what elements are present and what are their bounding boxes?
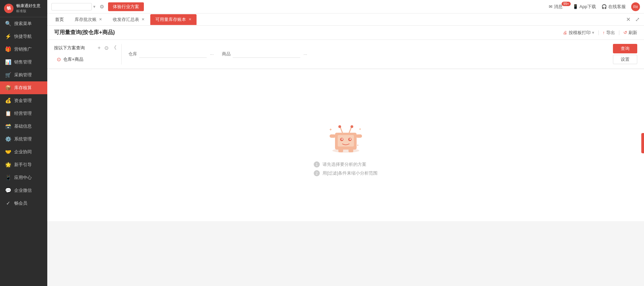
query-scheme-actions: ＋ ⊙ 《 xyxy=(96,44,117,52)
divider xyxy=(598,30,599,35)
sales-icon: 📊 xyxy=(5,59,11,65)
warehouse-input[interactable] xyxy=(139,50,207,58)
sidebar-item-system[interactable]: ⚙️ 系统管理 xyxy=(0,133,47,146)
svg-rect-14 xyxy=(349,149,353,152)
tab-receipt-summary[interactable]: 收发存汇总表 ✕ xyxy=(108,14,150,25)
collapse-scheme-button[interactable]: 《 xyxy=(111,44,117,52)
search-icon: 🔍 xyxy=(5,21,11,27)
export-button[interactable]: ↑ 导出 xyxy=(603,30,615,36)
finance-icon: 💰 xyxy=(5,98,11,104)
operation-icon: 📋 xyxy=(5,110,11,116)
sidebar-item-finance[interactable]: 💰 资金管理 xyxy=(0,94,47,107)
member-icon: ✓ xyxy=(5,200,11,206)
warehouse-label: 仓库 xyxy=(128,51,137,57)
tab-close-receipt-summary[interactable]: ✕ xyxy=(141,17,145,22)
right-scroll-hint xyxy=(641,133,644,153)
user-avatar[interactable]: Rit xyxy=(631,2,640,11)
print-button[interactable]: 🖨 按模板打印 ▾ xyxy=(563,30,594,36)
wechat-icon: 💬 xyxy=(5,187,11,193)
page-content: 可用量查询(按仓库+商品) 🖨 按模板打印 ▾ ↑ 导出 ↺ 刷新 xyxy=(47,26,644,286)
basic-icon: 🗃️ xyxy=(5,123,11,129)
app-icon: 📱 xyxy=(573,4,578,9)
add-scheme-button[interactable]: ＋ xyxy=(96,44,102,52)
svg-text:✦: ✦ xyxy=(329,127,332,132)
dropdown-icon[interactable]: ▾ xyxy=(93,4,96,9)
page-title: 可用量查询(按仓库+商品) xyxy=(54,29,115,36)
sidebar-item-apps[interactable]: 📱 应用中心 xyxy=(0,171,47,184)
print-icon: 🖨 xyxy=(563,30,567,35)
warehouse-field: 仓库 ··· xyxy=(128,50,215,58)
newbie-icon: 🌟 xyxy=(5,162,11,168)
system-icon: ⚙️ xyxy=(5,136,11,142)
quick-nav-icon: ⚡ xyxy=(5,33,11,40)
tab-close-batch-ledger[interactable]: ✕ xyxy=(99,17,102,22)
edit-scheme-button[interactable]: ⊙ xyxy=(104,44,109,52)
refresh-icon: ↺ xyxy=(623,30,627,35)
sidebar-item-inventory[interactable]: 📦 库存核算 xyxy=(0,81,47,94)
main-content: ▾ ⚙ 体验行业方案 ✉ 消息 99+ 📱 App下载 🎧 在线客服 Rit xyxy=(47,0,644,286)
sidebar-item-search[interactable]: 🔍 搜索菜单 xyxy=(0,17,47,30)
goods-label: 商品 xyxy=(222,51,231,57)
app-download-button[interactable]: 📱 App下载 xyxy=(573,4,596,10)
svg-rect-11 xyxy=(330,134,336,138)
sidebar: 畅 畅康通好生意 标准版 🔍 搜索菜单 ⚡ 快捷导航 🎁 营销推广 📊 销售管理… xyxy=(0,0,47,286)
sidebar-badge: 标准版 xyxy=(16,9,41,14)
sidebar-item-purchase[interactable]: 🛒 采购管理 xyxy=(0,69,47,81)
svg-point-10 xyxy=(351,125,353,128)
query-scheme-panel: 按以下方案查询 ＋ ⊙ 《 ⊙ 仓库+商品 xyxy=(54,44,122,64)
tab-close-available-ledger[interactable]: ✕ xyxy=(188,17,191,22)
warehouse-more-button[interactable]: ··· xyxy=(209,52,215,57)
svg-point-5 xyxy=(341,138,343,140)
topbar-search-area: ▾ xyxy=(51,3,96,10)
sidebar-item-sales[interactable]: 📊 销售管理 xyxy=(0,56,47,69)
query-scheme-title: 按以下方案查询 xyxy=(54,45,85,51)
sidebar-item-marketing[interactable]: 🎁 营销推广 xyxy=(0,43,47,56)
print-dropdown-icon[interactable]: ▾ xyxy=(592,30,594,35)
sidebar-title: 畅康通好生意 xyxy=(16,3,41,9)
settings-button[interactable]: 设置 xyxy=(613,55,637,64)
cooperation-icon: 🤝 xyxy=(5,149,11,155)
tip-num-2: 2 xyxy=(314,170,320,176)
industry-solution-button[interactable]: 体验行业方案 xyxy=(108,2,144,11)
sidebar-item-wechat[interactable]: 💬 企业微信 xyxy=(0,184,47,197)
refresh-button[interactable]: ↺ 刷新 xyxy=(623,30,637,36)
goods-more-button[interactable]: ··· xyxy=(302,52,309,57)
sidebar-item-cooperation[interactable]: 🤝 企业协同 xyxy=(0,146,47,158)
sidebar-item-basic[interactable]: 🗃️ 基础信息 xyxy=(0,120,47,133)
sidebar-item-quick-nav[interactable]: ⚡ 快捷导航 xyxy=(0,30,47,43)
tabs-close-all-button[interactable]: ✕ xyxy=(624,16,632,23)
empty-state: ✦ ✦ ✦ 1 请先选择要分析的方案 2 用[过滤]条件来缩小分析范围 xyxy=(47,69,644,221)
tab-batch-ledger[interactable]: 库存批次账 ✕ xyxy=(70,14,107,25)
svg-rect-12 xyxy=(356,134,362,138)
svg-point-8 xyxy=(338,125,341,128)
tab-available-ledger[interactable]: 可用量库存账本 ✕ xyxy=(150,14,197,25)
goods-field: 商品 ··· xyxy=(222,50,309,58)
empty-tip-2: 2 用[过滤]条件来缩小分析范围 xyxy=(314,170,378,176)
apps-icon: 📱 xyxy=(5,175,11,181)
svg-rect-13 xyxy=(338,149,343,152)
query-button[interactable]: 查询 xyxy=(613,44,637,53)
goods-input[interactable] xyxy=(233,50,300,58)
svg-line-7 xyxy=(340,128,342,133)
message-button[interactable]: ✉ 消息 99+ xyxy=(549,4,567,10)
tabs-expand-button[interactable]: ⤢ xyxy=(634,16,641,23)
svg-text:✦: ✦ xyxy=(359,127,361,131)
sidebar-item-newbie[interactable]: 🌟 新手引导 xyxy=(0,158,47,171)
sidebar-logo: 畅 xyxy=(4,4,14,13)
user-avatar-circle: Rit xyxy=(631,2,640,11)
query-area: 按以下方案查询 ＋ ⊙ 《 ⊙ 仓库+商品 仓库 ··· xyxy=(47,40,644,69)
sidebar-item-operation[interactable]: 📋 经营管理 xyxy=(0,107,47,120)
svg-point-6 xyxy=(350,138,351,140)
sidebar-item-member[interactable]: ✓ 畅会员 xyxy=(0,197,47,210)
sidebar-header: 畅 畅康通好生意 标准版 xyxy=(0,0,47,17)
purchase-icon: 🛒 xyxy=(5,72,11,78)
online-service-button[interactable]: 🎧 在线客服 xyxy=(601,4,626,10)
gear-icon[interactable]: ⚙ xyxy=(98,2,105,11)
tab-home[interactable]: 首页 xyxy=(50,14,69,25)
search-input[interactable] xyxy=(51,3,92,10)
message-icon: ✉ xyxy=(549,4,552,9)
sidebar-nav: 🔍 搜索菜单 ⚡ 快捷导航 🎁 营销推广 📊 销售管理 🛒 采购管理 📦 库存核… xyxy=(0,17,47,286)
scheme-item-warehouse-goods[interactable]: ⊙ 仓库+商品 xyxy=(54,54,117,64)
page-header-actions: 🖨 按模板打印 ▾ ↑ 导出 ↺ 刷新 xyxy=(563,30,638,36)
tabs-right-actions: ✕ ⤢ xyxy=(624,16,644,23)
